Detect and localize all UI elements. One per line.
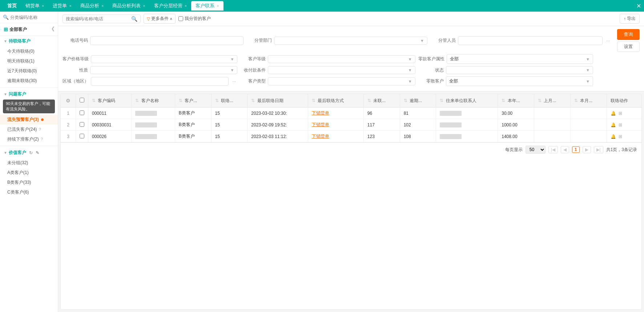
tab-goods-list[interactable]: 商品分析列表 × [108,1,149,11]
select-all-checkbox[interactable] [80,98,84,102]
row-last-method[interactable]: 下销货单 [308,131,363,142]
close-goods-list-tab[interactable]: × [143,4,145,8]
col-header-last-method: ⇅ 最后联络方式 [308,94,363,108]
row-checkbox-cell[interactable] [76,119,88,131]
filter-input-phone[interactable] [90,36,243,45]
query-button[interactable]: 查询 [617,29,640,40]
action-chat-icon[interactable]: 🔔 [611,111,616,116]
filter-select-payment[interactable]: ▼ [268,66,415,74]
pagination-bar: 每页显示 50 100 200 |◀ ◀ 1 ▶ ▶| 共1页，3条记录 [61,142,641,157]
action-chat-icon[interactable]: 🔔 [611,122,616,127]
sidebar-item-today[interactable]: 今天待联络(0) [0,46,58,56]
chevron-down-icon: ∧ [170,17,172,21]
filter-select-zero-cust[interactable]: 全部 ▼ [446,76,593,86]
main-search-input[interactable] [66,16,131,21]
action-chat-icon[interactable]: 🔔 [611,134,616,139]
sidebar-item-tomorrow[interactable]: 明天待联络(1) [0,56,58,66]
col-header-code: ⇅ 客户编码 [88,94,132,108]
sidebar-item-7days[interactable]: 近7天待联络(0) [0,66,58,76]
close-goods-analysis-tab[interactable]: × [101,4,104,8]
row-action[interactable]: 🔔 ⊞ [607,108,641,119]
close-customer-contact-tab[interactable]: × [217,4,219,8]
sidebar-item-class-b[interactable]: B类客户(33) [0,178,58,187]
col-checkbox-header[interactable] [76,94,88,108]
tab-customer-contact[interactable]: 客户联系 × [191,1,223,11]
sidebar-item-churn-warning[interactable]: 流失预警客户(3) [0,115,58,125]
sidebar-item-ungrouped[interactable]: 未分组(32) [0,158,58,168]
filter-select-status[interactable]: ▼ [446,66,593,74]
close-purchase-tab[interactable]: × [69,4,71,8]
filter-input-region[interactable] [91,77,229,86]
action-more-icon[interactable]: ⊞ [619,122,622,127]
tab-customer-layer[interactable]: 客户分层经营 × [150,1,191,11]
more-conditions-button[interactable]: ▽ 更多条件 ∧ [144,14,176,24]
filter-label-price-grade: 客户价格等级 [63,56,89,62]
last-method-link[interactable]: 下销货单 [312,110,329,116]
row-uncontacted: 117 [363,119,400,131]
sidebar-item-overdue[interactable]: 逾期未联络(30) [0,76,58,86]
first-page-button[interactable]: |◀ [548,146,558,153]
sidebar-group-problem[interactable]: ▼ 问题客户 [0,89,58,100]
tab-home[interactable]: 首页 [3,1,21,11]
close-all-button[interactable]: ✕ [636,3,641,9]
sidebar-search-input[interactable] [10,15,55,20]
sort-icon-date: ⇅ [251,98,255,103]
row-type: B类客户 [175,119,211,131]
filter-input-person[interactable] [458,36,603,45]
sidebar-item-churned[interactable]: 已流失客户(24) ? [0,125,58,134]
filter-select-zero-prop[interactable]: 全部 ▼ [447,54,593,64]
settings-gear-button[interactable]: ⚙ [64,97,72,104]
tab-goods-analysis[interactable]: 商品分析 × [76,1,108,11]
refresh-icon[interactable]: ↻ [29,150,33,155]
my-customers-checkbox[interactable] [178,16,183,21]
filter-cell-nature: 性质 ▼ [63,66,237,74]
export-button[interactable]: ↑ 导出 [620,14,640,24]
last-method-link[interactable]: 下销货单 [312,122,329,127]
edit-icon[interactable]: ✎ [36,150,39,155]
tab-purchase[interactable]: 进货单 × [48,1,76,11]
row-action[interactable]: 🔔 ⊞ [607,131,641,142]
row-action[interactable]: 🔔 ⊞ [607,119,641,131]
sidebar-item-class-a[interactable]: A类客户(1) [0,168,58,178]
person-more-button[interactable]: ··· [605,38,611,43]
last-page-button[interactable]: ▶| [594,146,603,153]
sidebar-item-class-c[interactable]: C类客户(6) [0,187,58,197]
action-more-icon[interactable]: ⊞ [619,111,622,116]
prev-page-button[interactable]: ◀ [561,146,569,153]
settings-button[interactable]: 设置 [617,41,640,52]
help-icon-2: ? [41,137,43,141]
action-more-icon[interactable]: ⊞ [619,134,622,139]
col-settings[interactable]: ⚙ [61,94,76,108]
filter-select-nature[interactable]: ▼ [90,66,237,74]
filter-select-price-grade[interactable]: ▼ [91,55,237,63]
row-checkbox-cell[interactable] [76,108,88,119]
my-customers-label[interactable]: 我分管的客户 [178,16,211,22]
next-page-button[interactable]: ▶ [583,146,591,153]
row-checkbox[interactable] [80,122,84,127]
close-customer-layer-tab[interactable]: × [185,4,187,8]
row-last-method[interactable]: 下销货单 [308,119,363,131]
sidebar-collapse-button[interactable]: 《 [49,26,54,33]
row-checkbox-cell[interactable] [76,131,88,142]
filter-select-cust-type[interactable]: ▼ [268,77,415,85]
sidebar-group-value[interactable]: ▼ 价值客户 ↻ ✎ [0,147,58,158]
col-header-unit-contact: ⇅ 往来单位联系人 [436,94,498,108]
row-checkbox[interactable] [80,110,84,115]
col-header-last-date: ⇅ 最后联络日期 [247,94,308,108]
main-search-icon[interactable]: 🔍 [131,16,137,22]
last-method-link[interactable]: 下销货单 [312,134,329,139]
sort-icon-type: ⇅ [179,98,182,103]
page-size-select[interactable]: 50 100 200 [526,146,546,154]
filter-select-cust-grade[interactable]: ▼ [268,55,415,63]
tab-sales[interactable]: 销货单 × [21,1,48,11]
sidebar-all-customers[interactable]: ⊞ 全部客户 《 [0,23,58,36]
sidebar-item-declining[interactable]: 持续下滑客户(2) ? [0,134,58,144]
sidebar-group-pending[interactable]: ▼ 待联络客户 [0,36,58,46]
row-last-method[interactable]: 下销货单 [308,108,363,119]
filter-select-dept[interactable]: ▼ [274,37,427,45]
row-last-month [534,108,571,119]
close-sales-tab[interactable]: × [42,4,44,8]
region-more-button[interactable]: ··· [231,79,237,84]
row-checkbox[interactable] [80,134,84,138]
row-last-date: 2023-02-03 11:12: [247,131,308,142]
